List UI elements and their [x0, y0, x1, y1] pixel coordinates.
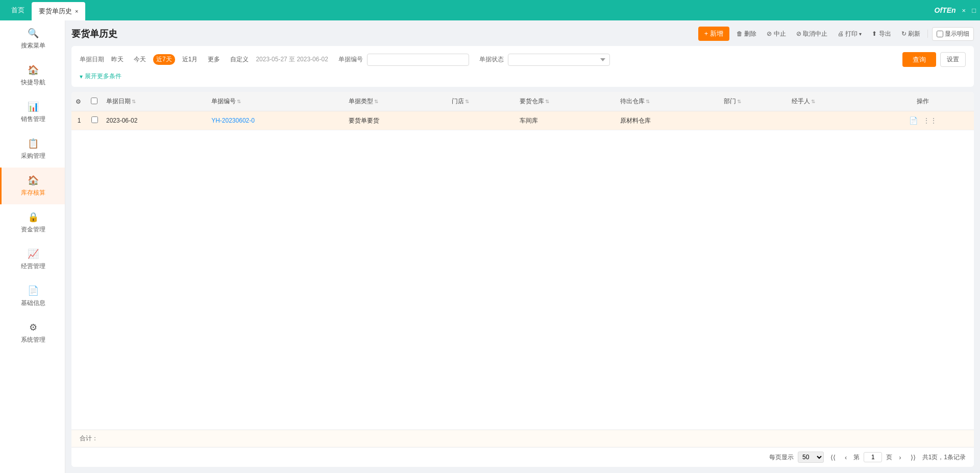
basic-info-icon: 📄: [28, 285, 39, 296]
shortcut-more[interactable]: 更多: [205, 54, 223, 65]
tab-home[interactable]: 首页: [4, 0, 32, 20]
col-dept: 部门⇅: [720, 92, 788, 111]
date-label: 单据日期: [80, 55, 104, 64]
quick-nav-icon: 🏠: [28, 64, 39, 76]
bill-number-link[interactable]: YH-20230602-0: [211, 117, 255, 124]
select-all-checkbox[interactable]: [91, 98, 97, 104]
cancel-stop-button[interactable]: ⊘ 取消中止: [793, 28, 830, 40]
page-label-first: 第: [853, 453, 860, 462]
query-button[interactable]: 查询: [902, 52, 936, 67]
table-body: 1 2023-06-02 YH-20230602-0 要货单要货 车间库 原材料…: [71, 111, 974, 130]
sidebar-item-quick-nav[interactable]: 🏠 快捷导航: [0, 57, 65, 94]
row-dept: [720, 111, 788, 130]
shortcut-yesterday[interactable]: 昨天: [108, 54, 127, 65]
date-filter-group: 单据日期 昨天 今天 近7天 近1月 更多 自定义 2023-05-27 至 2…: [80, 54, 328, 65]
add-button[interactable]: + 新增: [698, 27, 729, 41]
row-actions: 📄 ⋮⋮: [872, 111, 974, 130]
last-page-button[interactable]: ⟩⟩: [908, 453, 918, 462]
table-row: 1 2023-06-02 YH-20230602-0 要货单要货 车间库 原材料…: [71, 111, 974, 130]
table-spacer: [71, 130, 974, 430]
per-page-select[interactable]: 50 20 100: [798, 452, 824, 463]
sidebar-item-label: 资金管理: [21, 225, 45, 234]
top-bar-right: OfTEn × □: [935, 6, 976, 14]
col-req-warehouse: 要货仓库⇅: [516, 92, 616, 111]
sidebar-item-operations[interactable]: 📈 经营管理: [0, 241, 65, 278]
col-date: 单据日期⇅: [102, 92, 207, 111]
row-handler: [788, 111, 872, 130]
row-number: YH-20230602-0: [207, 111, 344, 130]
sidebar: 🔍 搜索菜单 🏠 快捷导航 📊 销售管理 📋 采购管理 🏠 库存核算 🔒 资金管…: [0, 20, 65, 473]
print-dropdown-icon: ▾: [859, 31, 862, 37]
table-header: ⚙ 单据日期⇅ 单据编号⇅ 单据类型⇅ 门店⇅ 要货仓库⇅ 待出仓库⇅ 部门⇅ …: [71, 92, 974, 111]
col-handler: 经手人⇅: [788, 92, 872, 111]
pagination-bar: 每页显示 50 20 100 ⟨⟨ ‹ 第 页 › ⟩⟩ 共1页，1条记录: [71, 447, 974, 467]
sidebar-item-finance[interactable]: 🔒 资金管理: [0, 204, 65, 241]
row-checkbox[interactable]: [91, 116, 98, 123]
shortcut-1month[interactable]: 近1月: [179, 54, 201, 65]
filter-row-expand: ▾ 展开更多条件: [80, 72, 966, 81]
filter-row-1: 单据日期 昨天 今天 近7天 近1月 更多 自定义 2023-05-27 至 2…: [80, 52, 966, 67]
sidebar-item-inventory[interactable]: 🏠 库存核算: [0, 168, 65, 204]
page-title: 要货单历史: [71, 28, 117, 40]
sidebar-item-sales[interactable]: 📊 销售管理: [0, 94, 65, 131]
sidebar-item-system[interactable]: ⚙ 系统管理: [0, 315, 65, 351]
tab-requisition-history[interactable]: 要货单历史 ×: [32, 2, 85, 20]
row-req-warehouse: 车间库: [516, 111, 616, 130]
sidebar-item-label: 采购管理: [21, 152, 45, 160]
finance-icon: 🔒: [28, 211, 39, 223]
shortcut-today[interactable]: 今天: [131, 54, 149, 65]
system-icon: ⚙: [29, 322, 37, 333]
sidebar-item-basic-info[interactable]: 📄 基础信息: [0, 278, 65, 315]
row-more-icon[interactable]: ⋮⋮: [922, 115, 938, 126]
sidebar-item-purchase[interactable]: 📋 采购管理: [0, 131, 65, 168]
col-action: 操作: [872, 92, 974, 111]
refresh-button[interactable]: ↻ 刷新: [898, 28, 923, 40]
table-settings-col[interactable]: ⚙: [71, 92, 87, 111]
display-detail-button[interactable]: 显示明细: [932, 27, 974, 41]
display-detail-checkbox[interactable]: [937, 31, 943, 37]
per-page-label: 每页显示: [769, 453, 794, 462]
sales-icon: 📊: [28, 101, 39, 112]
data-table: ⚙ 单据日期⇅ 单据编号⇅ 单据类型⇅ 门店⇅ 要货仓库⇅ 待出仓库⇅ 部门⇅ …: [71, 92, 974, 130]
col-number: 单据编号⇅: [207, 92, 344, 111]
table-container: ⚙ 单据日期⇅ 单据编号⇅ 单据类型⇅ 门店⇅ 要货仓库⇅ 待出仓库⇅ 部门⇅ …: [71, 92, 974, 467]
col-type: 单据类型⇅: [345, 92, 448, 111]
sidebar-item-label: 系统管理: [21, 336, 45, 344]
toolbar: + 新增 🗑 删除 ⊘ 中止 ⊘ 取消中止 🖨 打印 ▾ ⬆ 导出 ↻ 刷新 显…: [698, 27, 974, 41]
shortcut-7days[interactable]: 近7天: [153, 54, 175, 65]
sidebar-item-label: 库存核算: [21, 188, 45, 197]
row-store: [448, 111, 516, 130]
row-edit-icon[interactable]: 📄: [908, 115, 919, 126]
inventory-icon: 🏠: [28, 175, 39, 186]
shortcut-custom[interactable]: 自定义: [227, 54, 252, 65]
purchase-icon: 📋: [28, 138, 39, 149]
window-maximize-icon[interactable]: □: [972, 7, 976, 14]
page-header: 要货单历史 + 新增 🗑 删除 ⊘ 中止 ⊘ 取消中止 🖨 打印 ▾ ⬆ 导出 …: [71, 27, 974, 41]
row-index: 1: [71, 111, 87, 130]
table-footer: 合计：: [71, 430, 974, 447]
status-select[interactable]: [508, 54, 610, 66]
settings-button[interactable]: 设置: [940, 52, 966, 67]
bill-number-input[interactable]: [367, 54, 469, 66]
prev-page-button[interactable]: ‹: [842, 453, 849, 462]
export-button[interactable]: ⬆ 导出: [869, 28, 894, 40]
window-close-icon[interactable]: ×: [962, 7, 966, 14]
close-tab-icon[interactable]: ×: [75, 8, 78, 14]
bill-number-label: 单据编号: [338, 55, 363, 64]
stop-button[interactable]: ⊘ 中止: [764, 28, 789, 40]
first-page-button[interactable]: ⟨⟨: [828, 453, 838, 462]
expand-more-btn[interactable]: ▾ 展开更多条件: [80, 72, 121, 81]
next-page-button[interactable]: ›: [896, 453, 903, 462]
col-store: 门店⇅: [448, 92, 516, 111]
sidebar-item-label: 快捷导航: [21, 78, 45, 87]
row-date: 2023-06-02: [102, 111, 207, 130]
toolbar-divider: [927, 30, 928, 38]
page-number-input[interactable]: [864, 452, 882, 462]
delete-button[interactable]: 🗑 删除: [733, 28, 760, 40]
col-pending-warehouse: 待出仓库⇅: [616, 92, 719, 111]
page-label-last: 页: [886, 453, 892, 462]
filter-bar: 单据日期 昨天 今天 近7天 近1月 更多 自定义 2023-05-27 至 2…: [71, 46, 974, 87]
sidebar-item-search-menu[interactable]: 🔍 搜索菜单: [0, 20, 65, 57]
print-button[interactable]: 🖨 打印 ▾: [835, 28, 865, 40]
total-info: 共1页，1条记录: [922, 453, 966, 462]
